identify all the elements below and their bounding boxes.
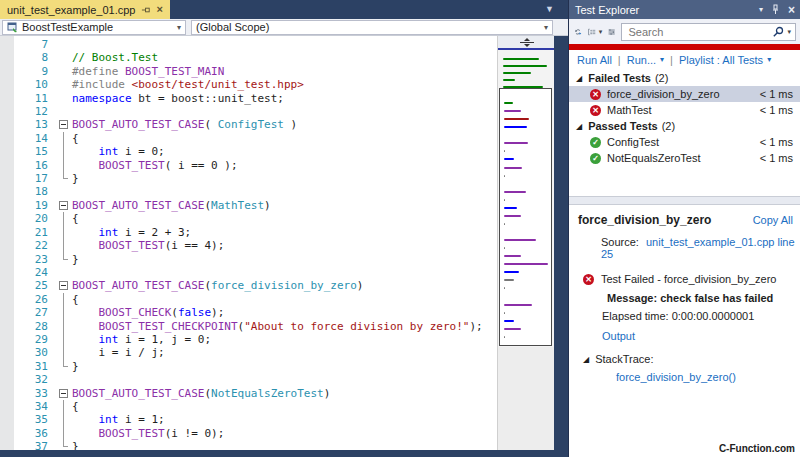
fold-collapse-icon[interactable] (59, 201, 68, 210)
code-line[interactable]: 13BOOST_AUTO_TEST_CASE( ConfigTest ) (14, 118, 497, 131)
fold-margin (56, 360, 70, 373)
code-line[interactable]: 35 int i = 1; (14, 413, 497, 426)
test-row[interactable]: ✓ConfigTest< 1 ms (569, 134, 800, 150)
code-line[interactable]: 23} (14, 253, 497, 266)
fold-margin (56, 226, 70, 239)
code-line[interactable]: 25BOOST_AUTO_TEST_CASE(force_division_by… (14, 279, 497, 292)
code-line[interactable]: 33BOOST_AUTO_TEST_CASE(NotEqualsZeroTest… (14, 387, 497, 400)
code-text: namespace bt = boost::unit_test; (72, 92, 284, 105)
minimap-bar (503, 86, 543, 88)
expander-icon[interactable]: ◢ (576, 74, 582, 83)
code-text: BOOST_TEST( i == 0 ); (72, 159, 238, 172)
group-by-icon[interactable] (588, 26, 596, 38)
search-input[interactable] (626, 25, 772, 39)
search-icon[interactable] (772, 26, 784, 38)
code-line[interactable]: 10#include <boost/test/unit_test.hpp> (14, 78, 497, 91)
code-line[interactable]: 12 (14, 105, 497, 118)
expander-icon[interactable]: ◢ (576, 122, 582, 131)
minimap-scrollbar[interactable] (497, 36, 554, 450)
minimap-viewport[interactable] (499, 88, 552, 346)
code-line[interactable]: 9#define BOOST_TEST_MAIN (14, 65, 497, 78)
pin-icon[interactable] (141, 5, 150, 15)
fold-guide (63, 320, 64, 333)
minimap-bar (503, 65, 547, 67)
tab-close-icon[interactable]: × (157, 4, 163, 15)
minimap-bar (504, 255, 521, 257)
code-line[interactable]: 34{ (14, 400, 497, 413)
code-line[interactable]: 8// Boost.Test (14, 51, 497, 64)
fold-margin[interactable] (56, 279, 70, 292)
test-group-header[interactable]: ◢Passed Tests(2) (569, 118, 800, 134)
chevron-down-icon[interactable]: ▾ (767, 55, 771, 64)
run-link-run-all[interactable]: Run All (577, 54, 612, 66)
code-line[interactable]: 37} (14, 440, 497, 450)
test-row[interactable]: ✕MathTest< 1 ms (569, 102, 800, 118)
playlist-icon[interactable] (608, 26, 615, 38)
fold-collapse-icon[interactable] (59, 120, 68, 129)
document-list-caret-icon[interactable]: ▼ (545, 4, 554, 14)
code-line[interactable]: 31} (14, 360, 497, 373)
fold-margin (56, 427, 70, 440)
member-dropdown-value: (Global Scope) (196, 21, 269, 33)
output-link[interactable]: Output (602, 330, 635, 342)
code-text: } (72, 253, 79, 266)
code-line[interactable]: 21 int i = 2 + 3; (14, 226, 497, 239)
member-dropdown[interactable]: (Global Scope) ▾ (191, 20, 553, 35)
chevron-down-icon[interactable]: ▾ (599, 28, 603, 36)
code-line[interactable]: 18 (14, 185, 497, 198)
code-line[interactable]: 20{ (14, 212, 497, 225)
fold-collapse-icon[interactable] (59, 389, 68, 398)
chevron-down-icon[interactable]: ▾ (660, 55, 664, 64)
chevron-down-icon[interactable]: ▾ (787, 28, 791, 36)
scope-dropdown[interactable]: BoostTestExample ▾ (2, 20, 186, 35)
test-explorer-titlebar[interactable]: Test Explorer ▾ × (569, 0, 800, 19)
code-editor[interactable]: 78// Boost.Test9#define BOOST_TEST_MAIN1… (0, 36, 568, 457)
fold-margin[interactable] (56, 118, 70, 131)
code-line[interactable]: 14{ (14, 132, 497, 145)
run-link-run-[interactable]: Run... (627, 54, 656, 66)
run-link-playlist-all-tests[interactable]: Playlist : All Tests (679, 54, 763, 66)
code-line[interactable]: 32 (14, 373, 497, 386)
code-line[interactable]: 30 i = i / j; (14, 346, 497, 359)
fold-margin (56, 320, 70, 333)
code-line[interactable]: 11namespace bt = boost::unit_test; (14, 92, 497, 105)
code-line[interactable]: 17} (14, 172, 497, 185)
stacktrace-link[interactable]: force_division_by_zero() (616, 371, 736, 383)
minimap-body[interactable] (498, 52, 555, 450)
code-line[interactable]: 28 BOOST_TEST_CHECKPOINT("About to force… (14, 320, 497, 333)
editor-split-handle[interactable] (498, 36, 555, 50)
line-number: 14 (16, 132, 48, 145)
code-text: // Boost.Test (72, 51, 158, 64)
test-row[interactable]: ✕force_division_by_zero< 1 ms (569, 86, 800, 102)
run-after-build-icon[interactable] (574, 25, 582, 39)
code-line[interactable]: 15 int i = 0; (14, 145, 497, 158)
fold-margin[interactable] (56, 387, 70, 400)
fold-collapse-icon[interactable] (59, 281, 68, 290)
code-line[interactable]: 16 BOOST_TEST( i == 0 ); (14, 159, 497, 172)
close-icon[interactable]: × (788, 4, 795, 16)
test-duration: < 1 ms (760, 136, 793, 148)
test-group-header[interactable]: ◢Failed Tests(2) (569, 70, 800, 86)
test-row[interactable]: ✓NotEqualsZeroTest< 1 ms (569, 150, 800, 166)
panel-splitter[interactable] (569, 196, 800, 205)
fold-margin (56, 172, 70, 185)
code-line[interactable]: 26{ (14, 293, 497, 306)
code-line[interactable]: 27 BOOST_CHECK(false); (14, 306, 497, 319)
code-line[interactable]: 22 BOOST_TEST(i == 4); (14, 239, 497, 252)
fold-guide (63, 226, 64, 239)
line-number: 18 (16, 185, 48, 198)
expander-icon[interactable]: ◢ (583, 355, 589, 364)
fold-margin (56, 440, 70, 450)
fold-margin[interactable] (56, 199, 70, 212)
pin-icon[interactable] (771, 4, 780, 15)
fold-margin (56, 400, 70, 413)
window-menu-caret-icon[interactable]: ▾ (759, 5, 763, 14)
code-line[interactable]: 29 int i = 1, j = 0; (14, 333, 497, 346)
watermark: C-Function.com (719, 443, 795, 454)
code-line[interactable]: 19BOOST_AUTO_TEST_CASE(MathTest) (14, 199, 497, 212)
document-tab[interactable]: unit_test_example_01.cpp × (0, 0, 170, 19)
copy-all-link[interactable]: Copy All (753, 214, 793, 226)
code-line[interactable]: 7 (14, 38, 497, 51)
code-line[interactable]: 36 BOOST_TEST(i != 0); (14, 427, 497, 440)
code-line[interactable]: 24 (14, 266, 497, 279)
